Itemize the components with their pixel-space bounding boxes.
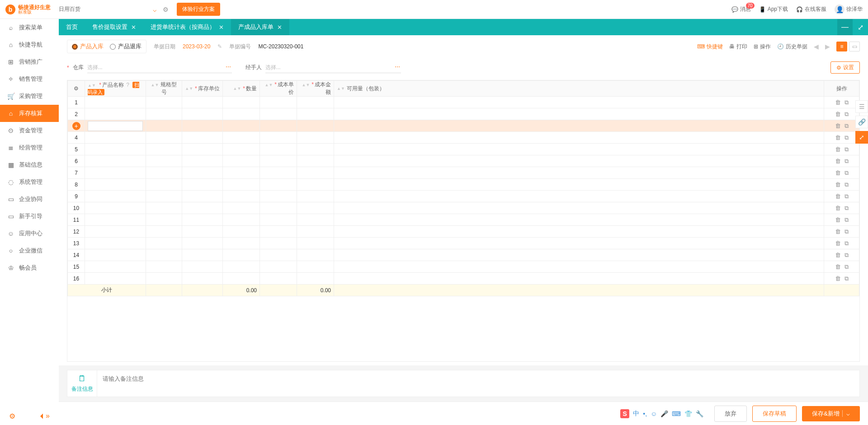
user-menu[interactable]: 👤 徐泽华: [835, 5, 863, 14]
copy-row-icon[interactable]: ⧉: [844, 275, 849, 282]
tab[interactable]: 产成品入库单✕: [231, 19, 289, 35]
settings-icon[interactable]: ⚙: [9, 412, 15, 420]
close-icon[interactable]: ✕: [219, 24, 224, 31]
copy-row-icon[interactable]: ⧉: [844, 146, 849, 153]
table-row[interactable]: 9🗑⧉: [68, 191, 859, 202]
radio-product-in[interactable]: 产品入库: [72, 42, 104, 51]
sidebar-item-sales[interactable]: ✧销售管理: [0, 70, 59, 88]
copy-row-icon[interactable]: ⧉: [844, 216, 849, 223]
sort-icon[interactable]: ▲▼: [233, 87, 241, 90]
sidebar-item-guide[interactable]: ▭新手引导: [0, 208, 59, 225]
table-row[interactable]: 1🗑⧉: [68, 97, 859, 108]
delete-row-icon[interactable]: 🗑: [835, 169, 841, 176]
copy-row-icon[interactable]: ⧉: [844, 240, 849, 247]
shortcut-link[interactable]: ⌨ 快捷键: [697, 43, 723, 51]
radio-product-out[interactable]: 产品退库: [110, 42, 142, 51]
prev-doc-button[interactable]: ◀: [814, 43, 819, 50]
float-tool-link[interactable]: 🔗: [855, 116, 868, 128]
sidebar-item-marketing[interactable]: ⊞营销推广: [0, 53, 59, 70]
save-new-button[interactable]: 保存&新增 ⌵: [802, 406, 860, 421]
collapse-icon[interactable]: ⏴»: [38, 412, 50, 420]
sidebar-item-enterprise[interactable]: ▭企业协同: [0, 191, 59, 208]
float-tool-expand[interactable]: ⤢: [855, 131, 868, 144]
copy-row-icon[interactable]: ⧉: [844, 99, 849, 106]
delete-row-icon[interactable]: 🗑: [835, 99, 841, 106]
delete-row-icon[interactable]: 🗑: [835, 134, 841, 141]
table-row[interactable]: 13🗑⧉: [68, 238, 859, 249]
radio-product-in-input[interactable]: [72, 44, 78, 50]
warehouse-select[interactable]: 选择... ⋯: [87, 62, 232, 73]
discard-button[interactable]: 放弃: [714, 406, 747, 422]
sort-icon[interactable]: ▲▼: [88, 84, 96, 87]
copy-row-icon[interactable]: ⧉: [844, 169, 849, 176]
table-row[interactable]: 2🗑⧉: [68, 108, 859, 120]
delete-row-icon[interactable]: 🗑: [835, 228, 841, 235]
delete-row-icon[interactable]: 🗑: [835, 275, 841, 282]
float-tool-1[interactable]: ☰: [855, 100, 868, 113]
remark-input[interactable]: [97, 370, 859, 394]
minimize-tab-button[interactable]: —: [837, 19, 853, 35]
sidebar-item-search-menu[interactable]: ⌕搜索菜单: [0, 19, 59, 36]
copy-row-icon[interactable]: ⧉: [844, 228, 849, 235]
table-row[interactable]: 10🗑⧉: [68, 202, 859, 214]
close-icon[interactable]: ✕: [277, 24, 282, 31]
sidebar-item-member[interactable]: ♔畅会员: [0, 259, 59, 276]
sort-icon[interactable]: ▲▼: [302, 84, 310, 86]
sort-icon[interactable]: ▲▼: [151, 84, 159, 86]
table-row[interactable]: 6🗑⧉: [68, 155, 859, 167]
product-name-input[interactable]: [88, 121, 143, 131]
sidebar-item-quick-nav[interactable]: ⌂快捷导航: [0, 36, 59, 53]
copy-row-icon[interactable]: ⧉: [844, 111, 849, 117]
date-value[interactable]: 2023-03-20: [183, 43, 210, 50]
app-download-button[interactable]: 📱 App下载: [759, 5, 788, 13]
delete-row-icon[interactable]: 🗑: [835, 263, 841, 270]
copy-row-icon[interactable]: ⧉: [844, 252, 849, 258]
tab[interactable]: 进货单统计表（按商品）✕: [143, 19, 231, 35]
help-icon[interactable]: ?: [126, 82, 129, 88]
category-selector[interactable]: 日用百货 ⌵: [59, 5, 156, 13]
delete-row-icon[interactable]: 🗑: [835, 158, 841, 164]
copy-row-icon[interactable]: ⧉: [844, 158, 849, 164]
chevron-down-icon[interactable]: ⌵: [842, 410, 850, 417]
copy-row-icon[interactable]: ⧉: [844, 205, 849, 211]
gear-icon[interactable]: ⚙: [163, 6, 169, 13]
save-draft-button[interactable]: 保存草稿: [752, 406, 797, 422]
add-row-button[interactable]: +: [72, 122, 80, 130]
sidebar-item-basic-info[interactable]: ▦基础信息: [0, 156, 59, 173]
tab[interactable]: 首页: [59, 19, 85, 35]
delete-row-icon[interactable]: 🗑: [835, 240, 841, 247]
expand-tab-button[interactable]: ⤢: [853, 19, 868, 35]
copy-row-icon[interactable]: ⧉: [844, 181, 849, 188]
sort-icon[interactable]: ▲▼: [185, 87, 193, 90]
promo-button[interactable]: 体验行业方案: [177, 3, 220, 16]
table-row[interactable]: 16🗑⧉: [68, 273, 859, 285]
sidebar-item-system[interactable]: ◌系统管理: [0, 173, 59, 191]
tab[interactable]: 售价提取设置✕: [85, 19, 143, 35]
table-row[interactable]: 11🗑⧉: [68, 214, 859, 226]
handler-select[interactable]: 选择... ⋯: [265, 62, 401, 73]
operate-link[interactable]: ⊞ 操作: [754, 43, 771, 51]
delete-row-icon[interactable]: 🗑: [835, 122, 841, 129]
view-list-button[interactable]: ≡: [836, 42, 847, 51]
pencil-icon[interactable]: ✎: [217, 43, 222, 50]
sidebar-item-purchase[interactable]: 🛒采购管理: [0, 88, 59, 105]
table-row[interactable]: +🗑⧉: [68, 120, 859, 132]
sidebar-item-wechat[interactable]: ○企业微信: [0, 242, 59, 259]
sidebar-item-funds[interactable]: ⊙资金管理: [0, 122, 59, 139]
table-row[interactable]: 8🗑⧉: [68, 179, 859, 191]
gear-icon[interactable]: ⚙: [74, 85, 79, 92]
radio-product-out-input[interactable]: [110, 44, 116, 50]
delete-row-icon[interactable]: 🗑: [835, 205, 841, 211]
delete-row-icon[interactable]: 🗑: [835, 193, 841, 200]
messages-button[interactable]: 💬 消息 70: [731, 5, 751, 13]
copy-row-icon[interactable]: ⧉: [844, 122, 849, 129]
delete-row-icon[interactable]: 🗑: [835, 111, 841, 117]
sidebar-item-inventory[interactable]: ⌂库存核算: [0, 105, 59, 122]
table-row[interactable]: 15🗑⧉: [68, 261, 859, 273]
online-service-button[interactable]: 🎧 在线客服: [796, 5, 826, 13]
copy-row-icon[interactable]: ⧉: [844, 263, 849, 270]
history-link[interactable]: 🕘 历史单据: [777, 43, 807, 51]
settings-button[interactable]: ⚙ 设置: [830, 61, 860, 74]
table-row[interactable]: 7🗑⧉: [68, 167, 859, 179]
sort-icon[interactable]: ▲▼: [337, 87, 345, 90]
